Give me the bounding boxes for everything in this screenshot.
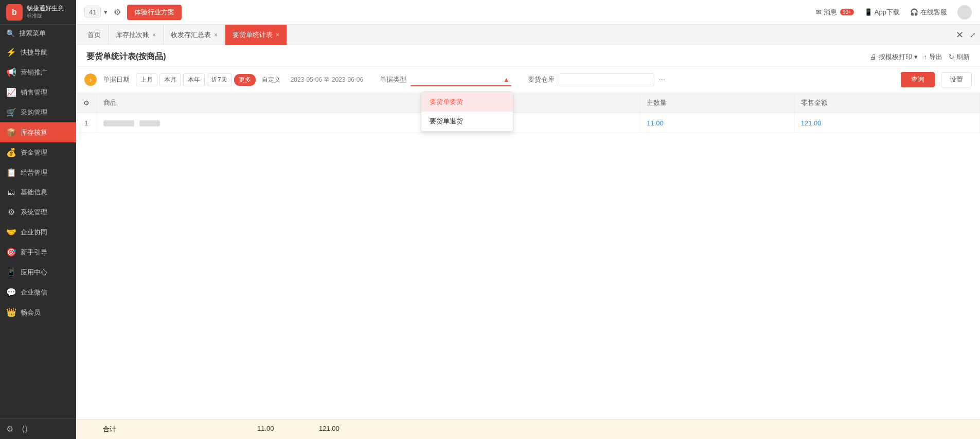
sidebar: b 畅捷通好生意 标准版 🔍 搜索菜单 ⚡ 快捷导航 📢 营销推广 📈 销售管理…: [0, 0, 76, 439]
sidebar-item-member[interactable]: 👑 畅会员: [0, 302, 76, 322]
refresh-icon: ↻: [949, 53, 954, 61]
page-header: 要货单统计表(按商品) 🖨 按模板打印 ▾ ↑ 导出 ↻ 刷新: [76, 45, 980, 67]
settings-icon[interactable]: ⚙: [6, 424, 13, 434]
store-selector[interactable]: 41 ▾: [84, 7, 108, 17]
logo-icon: b: [6, 4, 23, 21]
print-template-label: 按模板打印: [879, 52, 912, 62]
collapse-icon[interactable]: ⟨⟩: [22, 424, 28, 434]
tab-receive-summary-close[interactable]: ×: [214, 31, 218, 39]
date-last-month-button[interactable]: 上月: [136, 74, 157, 86]
th-settings[interactable]: ⚙: [76, 93, 97, 113]
date-custom-button[interactable]: 自定义: [258, 74, 284, 86]
dropdown-item-order-goods[interactable]: 要货单要货: [421, 92, 513, 112]
user-avatar[interactable]: [957, 5, 972, 20]
wechat-icon: 💬: [6, 287, 16, 297]
sidebar-item-label: 营销推广: [21, 68, 47, 77]
tabbar-expand-button[interactable]: ⤢: [970, 31, 976, 39]
date-this-year-button[interactable]: 本年: [183, 74, 205, 86]
system-icon: ⚙: [6, 207, 16, 217]
type-select-container[interactable]: ▲: [411, 74, 511, 86]
messages-button[interactable]: ✉ 消息 99+: [816, 8, 854, 17]
filter-settings-button[interactable]: 设置: [941, 72, 972, 87]
tab-inventory-batch-label: 库存批次账: [116, 30, 149, 40]
tab-inventory-batch-close[interactable]: ×: [152, 31, 156, 39]
table-row: 1 块 11.00 121.00: [76, 113, 980, 133]
date-this-month-button[interactable]: 本月: [159, 74, 181, 86]
type-select-input[interactable]: [411, 74, 511, 86]
table-footer: 合计 11.00 121.00: [76, 419, 980, 439]
sidebar-item-label: 应用中心: [21, 268, 47, 277]
logo-subtitle: 标准版: [27, 12, 64, 20]
tab-home[interactable]: 首页: [80, 25, 109, 45]
footer-amount: 121.00: [319, 425, 370, 434]
sidebar-item-label: 系统管理: [21, 208, 47, 217]
print-dropdown-icon: ▾: [914, 53, 918, 61]
sidebar-item-sales[interactable]: 📈 销售管理: [0, 82, 76, 102]
sidebar-nav: ⚡ 快捷导航 📢 营销推广 📈 销售管理 🛒 采购管理 📦 库存核算 💰 资金管…: [0, 42, 76, 418]
online-service-button[interactable]: 🎧 在线客服: [910, 8, 947, 17]
cell-product: [97, 113, 424, 133]
date-last-7days-button[interactable]: 近7天: [207, 74, 232, 86]
topbar-right: ✉ 消息 99+ 📱 App下载 🎧 在线客服: [816, 5, 972, 20]
print-icon: 🖨: [870, 53, 877, 61]
sidebar-item-cooperation[interactable]: 🤝 企业协同: [0, 222, 76, 242]
query-button[interactable]: 查询: [901, 72, 935, 87]
tab-order-stats-close[interactable]: ×: [276, 31, 279, 39]
logo-title: 畅捷通好生意: [27, 5, 64, 13]
cell-amount[interactable]: 121.00: [794, 113, 979, 133]
operation-icon: 📋: [6, 168, 16, 177]
main-area: 41 ▾ ⚙ 体验行业方案 ✉ 消息 99+ 📱 App下载 🎧 在线客服: [76, 0, 980, 439]
tab-order-stats-label: 要货单统计表: [233, 30, 273, 40]
quick-nav-icon: ⚡: [6, 47, 16, 57]
sidebar-search[interactable]: 🔍 搜索菜单: [0, 25, 76, 42]
product-name-placeholder: [103, 120, 134, 126]
filter-bar: › 单据日期 上月 本月 本年 近7天 更多 自定义 2023-05-06 至 …: [76, 67, 980, 93]
sidebar-item-label: 销售管理: [21, 88, 47, 97]
sidebar-item-purchase[interactable]: 🛒 采购管理: [0, 102, 76, 122]
tab-receive-summary[interactable]: 收发存汇总表 ×: [164, 25, 225, 45]
sidebar-logo: b 畅捷通好生意 标准版: [0, 0, 76, 25]
export-button[interactable]: ↑ 导出: [924, 52, 943, 62]
tab-inventory-batch[interactable]: 库存批次账 ×: [109, 25, 164, 45]
date-more-button[interactable]: 更多: [234, 74, 256, 86]
warehouse-label: 要货仓库: [528, 75, 555, 84]
dropdown-item-order-return[interactable]: 要货单退货: [421, 112, 513, 131]
filter-expand-button[interactable]: ›: [84, 74, 97, 86]
sidebar-item-label: 企业协同: [21, 228, 47, 237]
sidebar-item-operation[interactable]: 📋 经营管理: [0, 162, 76, 182]
data-table: ⚙ 商品 主计量单位 主数量 零售金额 1: [76, 93, 980, 133]
sidebar-item-label: 经营管理: [21, 168, 47, 177]
topbar-settings-icon[interactable]: ⚙: [114, 7, 121, 17]
sidebar-item-quick-nav[interactable]: ⚡ 快捷导航: [0, 42, 76, 62]
type-filter-section: 单据类型 ▲: [380, 74, 511, 86]
sidebar-item-basic[interactable]: 🗂 基础信息: [0, 182, 76, 202]
sidebar-item-label: 快捷导航: [21, 48, 47, 57]
cell-qty[interactable]: 11.00: [640, 113, 794, 133]
tabbar-close-all-button[interactable]: ✕: [954, 29, 966, 41]
sidebar-item-guide[interactable]: 🎯 新手引导: [0, 242, 76, 262]
trial-button[interactable]: 体验行业方案: [127, 5, 182, 20]
sidebar-item-inventory[interactable]: 📦 库存核算: [0, 122, 76, 142]
date-label: 单据日期: [103, 75, 130, 84]
footer-label: 合计: [103, 425, 116, 433]
warehouse-input[interactable]: [559, 74, 654, 86]
refresh-button[interactable]: ↻ 刷新: [949, 52, 970, 62]
topbar: 41 ▾ ⚙ 体验行业方案 ✉ 消息 99+ 📱 App下载 🎧 在线客服: [76, 0, 980, 25]
guide-icon: 🎯: [6, 247, 16, 257]
sidebar-item-system[interactable]: ⚙ 系统管理: [0, 202, 76, 222]
sidebar-item-finance[interactable]: 💰 资金管理: [0, 142, 76, 162]
apps-icon: 📱: [6, 267, 16, 277]
type-dropdown: 要货单要货 要货单退货: [421, 92, 513, 132]
app-download-icon: 📱: [864, 8, 872, 16]
tab-order-stats[interactable]: 要货单统计表 ×: [225, 25, 287, 45]
sidebar-item-wechat[interactable]: 💬 企业微信: [0, 282, 76, 302]
content: 要货单统计表(按商品) 🖨 按模板打印 ▾ ↑ 导出 ↻ 刷新 ›: [76, 45, 980, 439]
th-qty: 主数量: [640, 93, 794, 113]
sidebar-item-apps[interactable]: 📱 应用中心: [0, 262, 76, 282]
app-download-button[interactable]: 📱 App下载: [864, 8, 900, 17]
warehouse-more-icon[interactable]: ···: [658, 75, 665, 84]
sidebar-item-label: 资金管理: [21, 148, 47, 157]
sidebar-item-marketing[interactable]: 📢 营销推广: [0, 62, 76, 82]
print-template-button[interactable]: 🖨 按模板打印 ▾: [870, 52, 918, 62]
page-title: 要货单统计表(按商品): [86, 51, 166, 62]
